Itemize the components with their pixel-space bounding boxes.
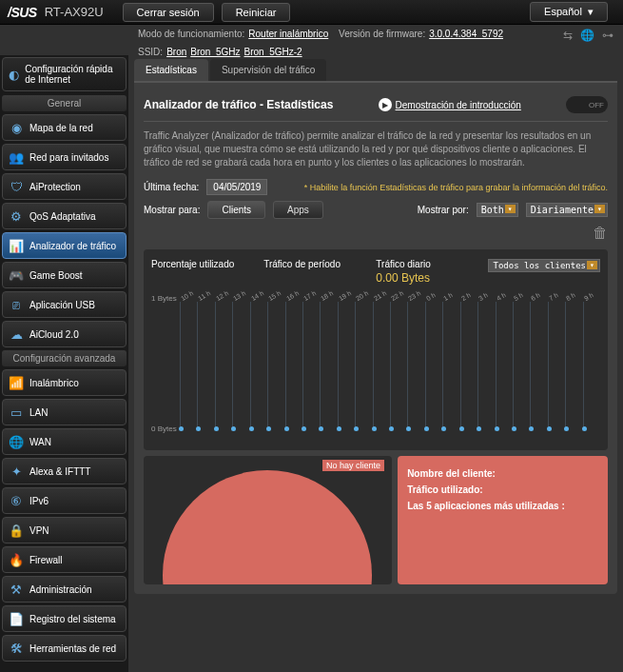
ylabel-top: 1 Bytes [151, 294, 177, 303]
nav-advanced-1[interactable]: ▭LAN [2, 399, 127, 425]
nav-general-6[interactable]: ⎚Aplicación USB [2, 291, 127, 318]
trash-icon[interactable]: 🗑 [593, 225, 608, 242]
ssid-0[interactable]: Bron [166, 47, 186, 57]
xlabel: 4 h [496, 287, 514, 302]
section-general: General [2, 95, 127, 111]
apps-button[interactable]: Apps [273, 201, 323, 219]
nav-general-3[interactable]: ⚙QoS Adaptativa [2, 203, 127, 229]
xlabel: 19 h [338, 287, 356, 302]
info-icons: ⇆ 🌐 ⊶ [563, 29, 613, 42]
clients-button[interactable]: Clients [207, 201, 265, 219]
nav-general-1[interactable]: 👥Red para invitados [2, 144, 127, 170]
chart-point [319, 426, 323, 431]
ssid-1[interactable]: Bron_5GHz [190, 47, 240, 57]
chart-point [179, 426, 184, 431]
ssid-2[interactable]: Bron_5GHz-2 [244, 47, 302, 57]
nav-general-4[interactable]: 📊Analizador de tráfico [2, 232, 127, 259]
xlabel: 23 h [407, 287, 425, 302]
xlabel: 1 h [442, 287, 460, 302]
xlabel: 6 h [530, 287, 548, 302]
section-advanced: Configuración avanzada [2, 350, 127, 366]
pie-chart: No hay cliente [144, 456, 392, 584]
chart-point [477, 426, 481, 431]
chart-point [459, 426, 464, 431]
brand-logo: /SUS [8, 5, 37, 20]
chart-point [582, 426, 587, 431]
usb-icon[interactable]: ⊶ [602, 29, 613, 42]
lastdate-value[interactable]: 04/05/2019 [206, 179, 267, 195]
fw-value[interactable]: 3.0.0.4.384_5792 [429, 29, 503, 39]
nav-advanced-2[interactable]: 🌐WAN [2, 428, 127, 455]
nav-general-5[interactable]: 🎮Game Boost [2, 262, 127, 288]
chart-point [249, 426, 254, 431]
play-icon: ▶ [379, 98, 392, 111]
nav-advanced-9[interactable]: 🛠Herramientas de red [2, 635, 127, 662]
chart-point [372, 426, 377, 431]
chart-point [284, 426, 289, 431]
mode-label: Modo de funcionamiento: [138, 29, 244, 39]
chart-point [302, 426, 306, 431]
chart-point [529, 426, 534, 431]
content: Estadísticas Supervisión del tráfico Ana… [128, 55, 623, 672]
nav-advanced-0[interactable]: 📶Inalámbrico [2, 369, 127, 396]
fw-label: Versión de firmware: [339, 29, 425, 39]
mode-value[interactable]: Router inalámbrico [248, 29, 328, 39]
xlabel: 10 h [180, 287, 198, 302]
nav-general-0[interactable]: ◉Mapa de la red [2, 114, 127, 141]
nav-advanced-6[interactable]: 🔥Firewall [2, 546, 127, 573]
nav-icon: 📶 [9, 375, 24, 390]
xlabel: 9 h [583, 287, 601, 302]
logout-button[interactable]: Cerrar sesión [123, 3, 214, 22]
enable-toggle[interactable]: OFF [566, 96, 608, 113]
chart-area: Porcentaje utilizado Tráfico de período … [144, 249, 608, 450]
chart-point [266, 426, 271, 431]
no-client-badge: No hay cliente [322, 460, 384, 471]
showby-select[interactable]: Both [477, 203, 518, 217]
ylabel-bottom: 0 Bytes [151, 425, 177, 433]
nav-advanced-7[interactable]: ⚒Administración [2, 576, 127, 603]
globe-icon[interactable]: 🌐 [580, 29, 594, 42]
nav-icon: 🎮 [9, 267, 24, 283]
chart-point [214, 426, 219, 431]
xlabel: 14 h [250, 287, 268, 302]
xlabel: 8 h [565, 287, 583, 302]
nav-advanced-3[interactable]: ✦Alexa & IFTTT [2, 458, 127, 484]
chart-point [495, 426, 499, 431]
xlabel: 15 h [267, 287, 285, 302]
xlabel: 11 h [197, 287, 215, 302]
chart-point [196, 426, 201, 431]
xlabel: 20 h [355, 287, 373, 302]
language-button[interactable]: Español ▾ [530, 2, 608, 22]
gauge-icon: ◐ [9, 67, 19, 82]
xlabel: 0 h [425, 287, 443, 302]
nav-advanced-5[interactable]: 🔒VPN [2, 517, 127, 544]
chart-point [337, 426, 341, 431]
panel: Analizador de tráfico - Estadísticas ▶ D… [134, 83, 617, 594]
nav-icon: ☁ [9, 326, 24, 342]
qis-button[interactable]: ◐ Configuración rápida de Internet [2, 57, 127, 91]
chart-point [424, 426, 429, 431]
ssid-label: SSID: [138, 47, 163, 57]
lastdate-label: Última fecha: [144, 182, 199, 192]
xlabel: 12 h [215, 287, 233, 302]
tab-monitor[interactable]: Supervisión del tráfico [210, 59, 326, 81]
xlabel: 5 h [513, 287, 531, 302]
period-select[interactable]: Diariamente [526, 203, 608, 217]
chart-point [441, 426, 446, 431]
nav-general-7[interactable]: ☁AiCloud 2.0 [2, 321, 127, 347]
tab-stats[interactable]: Estadísticas [134, 59, 208, 81]
demo-link[interactable]: ▶ Demostración de introducción [379, 98, 521, 111]
col-daily: Tráfico diario 0.00 Bytes [376, 259, 488, 285]
nav-general-2[interactable]: 🛡AiProtection [2, 173, 127, 200]
wifi-icon[interactable]: ⇆ [563, 29, 573, 42]
reboot-button[interactable]: Reiniciar [222, 3, 291, 22]
tabs: Estadísticas Supervisión del tráfico [134, 59, 617, 83]
nav-advanced-8[interactable]: 📄Registro del sistema [2, 605, 127, 632]
nav-icon: 👥 [9, 149, 24, 165]
client-select[interactable]: Todos los clientes [488, 259, 600, 272]
nav-advanced-4[interactable]: ⑥IPv6 [2, 487, 127, 514]
panel-title: Analizador de tráfico - Estadísticas [144, 98, 333, 111]
chart-point [389, 426, 394, 431]
xlabel: 3 h [477, 287, 496, 302]
panel-description: Traffic Analyzer (Analizador de tráfico)… [144, 129, 608, 169]
